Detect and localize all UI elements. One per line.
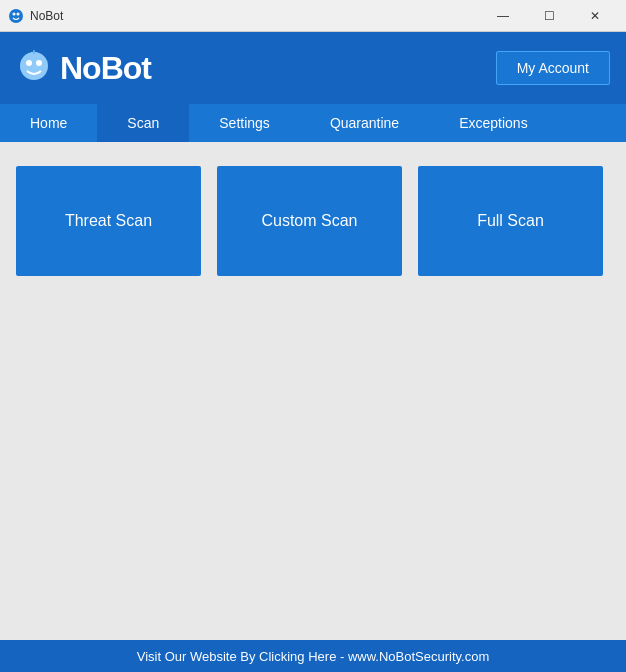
full-scan-button[interactable]: Full Scan [418,166,603,276]
logo-area: NoBot [16,50,151,87]
nav-bar: Home Scan Settings Quarantine Exceptions [0,104,626,142]
svg-point-5 [36,60,42,66]
svg-point-1 [13,12,16,15]
nav-scan[interactable]: Scan [97,104,189,142]
title-bar-controls: — ☐ ✕ [480,0,618,32]
close-button[interactable]: ✕ [572,0,618,32]
main-content: Threat Scan Custom Scan Full Scan [0,142,626,640]
svg-point-3 [20,52,48,80]
nav-home[interactable]: Home [0,104,97,142]
maximize-button[interactable]: ☐ [526,0,572,32]
title-bar-left: NoBot [8,8,63,24]
nav-settings[interactable]: Settings [189,104,300,142]
svg-point-0 [9,9,23,23]
header: NoBot My Account [0,32,626,104]
minimize-button[interactable]: — [480,0,526,32]
title-bar: NoBot — ☐ ✕ [0,0,626,32]
nav-exceptions[interactable]: Exceptions [429,104,557,142]
logo-icon [16,50,52,86]
my-account-button[interactable]: My Account [496,51,610,85]
threat-scan-button[interactable]: Threat Scan [16,166,201,276]
svg-point-2 [17,12,20,15]
svg-point-4 [26,60,32,66]
footer[interactable]: Visit Our Website By Clicking Here - www… [0,640,626,672]
app-icon [8,8,24,24]
footer-text: Visit Our Website By Clicking Here - www… [137,649,490,664]
nav-quarantine[interactable]: Quarantine [300,104,429,142]
scan-buttons-row: Threat Scan Custom Scan Full Scan [16,166,610,276]
logo-text: NoBot [60,50,151,87]
svg-rect-7 [33,50,35,54]
custom-scan-button[interactable]: Custom Scan [217,166,402,276]
title-bar-title: NoBot [30,9,63,23]
